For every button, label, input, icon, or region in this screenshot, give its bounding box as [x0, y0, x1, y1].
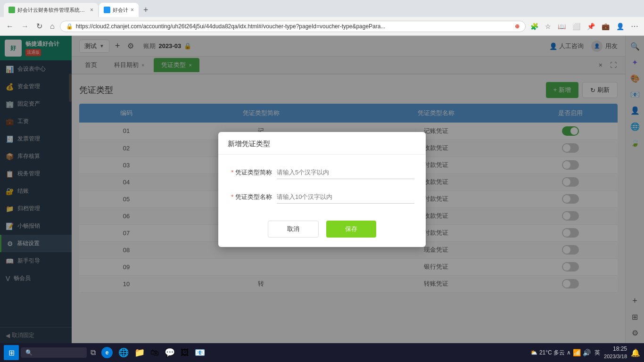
taskbar-explorer[interactable]: 📁 — [132, 346, 147, 360]
collections-button[interactable]: 💼 — [600, 22, 611, 31]
modal-header: 新增凭证类型 — [218, 132, 426, 155]
weather-text: 21°C 多云 — [539, 349, 565, 357]
modal-title: 新增凭证类型 — [228, 140, 270, 148]
profile-button[interactable]: 👤 — [614, 22, 626, 31]
browser-toolbar: ← → ↻ ⌂ 🔒 https://cloud2.chanjet.com/acc… — [0, 17, 644, 36]
new-tab-button[interactable]: + — [140, 3, 152, 17]
form-row-abbr: * 凭证类型简称 — [230, 166, 414, 179]
search-button[interactable]: 🔍 — [21, 347, 87, 358]
tab1-label: 好会计云财务软件管理系统_会计 — [17, 7, 88, 14]
tab-bar: 好会计云财务软件管理系统_会计 × 好会计 × + — [0, 0, 644, 17]
modal-overlay: 新增凭证类型 * 凭证类型简称 * 凭证类型名称 — [0, 36, 644, 343]
tab1-close[interactable]: × — [90, 7, 93, 13]
input-method[interactable]: 英 — [594, 349, 600, 357]
taskbar-photos[interactable]: 🖼 — [179, 346, 191, 360]
tab2-close[interactable]: × — [131, 7, 134, 13]
tab1-favicon — [8, 7, 15, 13]
tab2-label: 好会计 — [113, 7, 128, 14]
abbr-input[interactable] — [277, 166, 414, 179]
favorites-button[interactable]: ☆ — [543, 22, 553, 31]
abbr-label: * 凭证类型简称 — [230, 168, 277, 177]
browser-chrome: 好会计云财务软件管理系统_会计 × 好会计 × + ← → ↻ ⌂ 🔒 http… — [0, 0, 644, 36]
name-required-mark: * — [231, 193, 233, 200]
clock-date: 2023/3/18 — [604, 353, 627, 360]
taskbar-right: ⛅ 21°C 多云 ∧ 📶 🔊 英 18:25 2023/3/18 🔔 — [530, 345, 640, 360]
nav-home-button[interactable]: ⌂ — [48, 21, 57, 32]
name-label: * 凭证类型名称 — [230, 193, 277, 201]
address-bar[interactable]: 🔒 https://cloud2.chanjet.com/accounting/… — [60, 21, 526, 32]
pin-button[interactable]: 📌 — [585, 22, 597, 31]
nav-forward-button[interactable]: → — [19, 21, 31, 32]
app-layout: 好 畅捷通好合计 流通版 📊 会设表中心 💰 资金管理 🏢 固定资产 💼 工资 — [0, 36, 644, 343]
cancel-button[interactable]: 取消 — [268, 221, 319, 238]
reader-mode-button[interactable]: 📖 — [556, 22, 568, 31]
lock-icon: 🔒 — [66, 23, 73, 30]
modal-dialog: 新增凭证类型 * 凭证类型简称 * 凭证类型名称 — [218, 132, 426, 247]
abbr-required-mark: * — [231, 169, 233, 176]
tab-2[interactable]: 好会计 × — [99, 3, 139, 17]
taskbar-mail[interactable]: 📧 — [193, 346, 207, 360]
name-input[interactable] — [277, 190, 414, 204]
more-button[interactable]: ⋯ — [629, 21, 640, 32]
taskbar: ⊞ 🔍 ⧉ e 🌐 📁 🛍 💬 🖼 📧 ⛅ 21°C 多云 ∧ 📶 🔊 英 18… — [0, 343, 644, 362]
taskbar-edge[interactable]: e — [99, 345, 115, 360]
taskbar-store[interactable]: 🛍 — [149, 346, 161, 360]
clock-time: 18:25 — [604, 345, 627, 353]
extensions-button[interactable]: 🧩 — [528, 22, 540, 31]
start-button[interactable]: ⊞ — [4, 345, 19, 360]
taskview-button[interactable]: ⧉ — [89, 346, 98, 359]
form-row-name: * 凭证类型名称 — [230, 190, 414, 204]
notification-button[interactable]: 🔔 — [631, 348, 640, 357]
clock[interactable]: 18:25 2023/3/18 — [604, 345, 627, 360]
nav-refresh-button[interactable]: ↻ — [34, 21, 45, 32]
taskbar-chrome[interactable]: 🌐 — [116, 346, 131, 360]
tray-chevron[interactable]: ∧ — [567, 349, 571, 356]
tab2-favicon — [104, 7, 110, 13]
split-button[interactable]: ⬜ — [570, 22, 582, 31]
notifications-icon: ⊕ — [515, 23, 520, 30]
weather-icon: ⛅ — [530, 349, 537, 356]
speaker-icon: 🔊 — [583, 349, 591, 356]
save-button[interactable]: 保存 — [326, 221, 376, 238]
system-tray: ⛅ 21°C 多云 ∧ 📶 🔊 — [530, 349, 591, 357]
nav-back-button[interactable]: ← — [4, 21, 16, 32]
address-text: https://cloud2.chanjet.com/accounting/uh… — [76, 23, 512, 30]
modal-body: * 凭证类型简称 * 凭证类型名称 — [218, 155, 426, 215]
modal-footer: 取消 保存 — [218, 215, 426, 247]
wifi-icon: 📶 — [573, 349, 581, 356]
tab-1[interactable]: 好会计云财务软件管理系统_会计 × — [4, 3, 98, 17]
taskbar-wechat[interactable]: 💬 — [163, 346, 177, 360]
